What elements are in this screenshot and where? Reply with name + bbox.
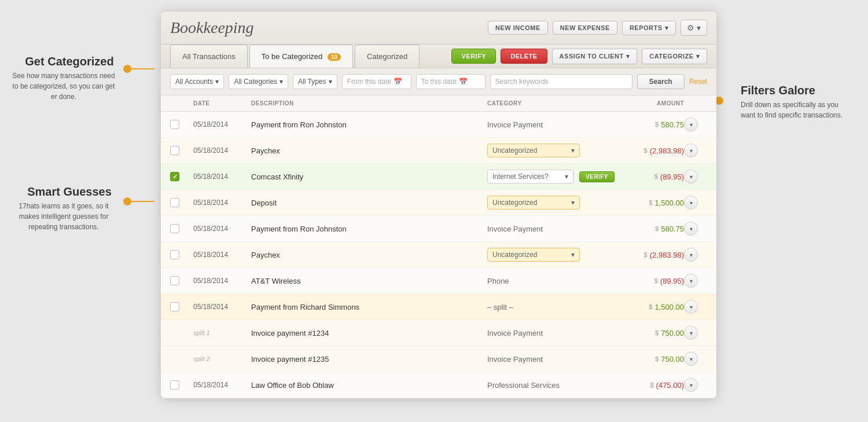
table-row: split 2 Invoice payment #1235 Invoice Pa… — [161, 346, 716, 372]
verify-mini-button-3[interactable]: VERIFY — [579, 171, 615, 182]
row-checkbox-9[interactable] — [170, 380, 179, 390]
verify-button[interactable]: VERIFY — [451, 49, 496, 64]
row-action-7[interactable]: ▾ — [684, 274, 698, 288]
tab-to-be-categorized[interactable]: To be Categorized 10 — [249, 45, 353, 68]
row-cat-2[interactable]: Uncategorized ▾ — [487, 144, 615, 157]
to-date-filter[interactable]: To this date 📅 — [416, 74, 486, 89]
delete-button[interactable]: DELETE — [501, 49, 547, 64]
callout-title-filters: Filters Galore — [741, 84, 856, 97]
row-cat-6[interactable]: Uncategorized ▾ — [487, 248, 615, 262]
dollar-8: $ — [649, 303, 652, 310]
new-income-button[interactable]: NEW INCOME — [488, 21, 548, 35]
new-expense-button[interactable]: NEW EXPENSE — [553, 21, 617, 35]
amount-value-4: 1,500.00 — [654, 199, 684, 207]
row-desc-7: AT&T Wireless — [251, 277, 487, 285]
types-filter[interactable]: All Types ▾ — [293, 74, 337, 89]
row-checkbox-3[interactable] — [170, 172, 179, 181]
row-action-3[interactable]: ▾ — [684, 170, 698, 184]
row-amount-1: $ 580.75 — [615, 120, 684, 129]
arrow-line-top — [131, 68, 155, 69]
row-checkbox-5[interactable] — [170, 224, 179, 233]
types-dropdown-icon: ▾ — [329, 78, 332, 86]
table-row: 05/18/2014 AT&T Wireless Phone $ (89.95)… — [161, 268, 716, 294]
col-header-actions — [684, 100, 707, 107]
tab-all-transactions[interactable]: All Transactions — [170, 45, 248, 68]
row-checkbox-4[interactable] — [170, 198, 179, 207]
row-action-5[interactable]: ▾ — [684, 222, 698, 236]
row-split-desc-2: Invoice payment #1235 — [251, 355, 487, 364]
row-date-6: 05/18/2014 — [193, 251, 251, 259]
dollar-9: $ — [650, 381, 653, 388]
category-dropdown-6[interactable]: Uncategorized ▾ — [487, 248, 580, 262]
row-date-5: 05/18/2014 — [193, 225, 251, 233]
assign-to-client-button[interactable]: ASSIGN TO CLIENT ▾ — [552, 49, 638, 64]
col-header-category: CATEGORY — [487, 100, 615, 107]
gear-icon: ⚙ ▾ — [687, 23, 701, 32]
row-action-1[interactable]: ▾ — [684, 118, 698, 131]
orange-dot-bottom — [123, 197, 131, 206]
row-checkbox-6[interactable] — [170, 250, 179, 259]
row-action-2[interactable]: ▾ — [684, 144, 698, 157]
row-amount-3: $ (89.95) — [615, 173, 684, 181]
tab-categorized[interactable]: Categorized — [355, 45, 420, 68]
categorize-button[interactable]: CATEGORIZE ▾ — [642, 49, 707, 64]
dropdown-arrow-4: ▾ — [571, 199, 575, 207]
col-header-amount: AMOUNT — [615, 100, 684, 107]
row-cat-9: Professional Services — [487, 381, 615, 390]
accounts-dropdown-icon: ▾ — [215, 78, 219, 86]
table-row: 05/18/2014 Payment from Ron Johnston Inv… — [161, 112, 716, 138]
table-row: 05/18/2014 Payment from Richard Simmons … — [161, 294, 716, 320]
row-desc-9: Law Office of Bob Oblaw — [251, 381, 487, 390]
row-split-action-2[interactable]: ▾ — [684, 352, 698, 366]
dollar-5: $ — [655, 225, 659, 232]
category-dropdown-2[interactable]: Uncategorized ▾ — [487, 144, 580, 157]
from-date-calendar-icon: 📅 — [393, 78, 402, 86]
dropdown-arrow-3: ▾ — [565, 173, 568, 181]
dollar-s2: $ — [655, 355, 659, 362]
category-dropdown-4[interactable]: Uncategorized ▾ — [487, 196, 580, 210]
table-header: DATE DESCRIPTION CATEGORY AMOUNT — [161, 96, 716, 112]
row-desc-1: Payment from Ron Johnston — [251, 120, 487, 129]
from-date-label: From this date — [347, 78, 392, 86]
row-cat-3[interactable]: Internet Services? ▾ VERIFY — [487, 170, 615, 184]
amount-value-2: (2,983.98) — [650, 146, 684, 155]
row-checkbox-1[interactable] — [170, 120, 179, 129]
row-checkbox-7[interactable] — [170, 276, 179, 285]
accounts-filter[interactable]: All Accounts ▾ — [170, 74, 224, 89]
category-dropdown-3[interactable]: Internet Services? ▾ — [487, 170, 573, 184]
row-cat-8: – split – — [487, 303, 615, 311]
row-action-9[interactable]: ▾ — [684, 378, 698, 392]
row-split-cat-2: Invoice Payment — [487, 355, 615, 364]
amount-value-5: 580.75 — [661, 225, 684, 233]
row-action-4[interactable]: ▾ — [684, 196, 698, 210]
row-date-2: 05/18/2014 — [193, 146, 251, 155]
search-keywords-placeholder: Search keywords — [495, 78, 549, 86]
row-amount-8: $ 1,500.00 — [615, 303, 684, 311]
table-row: 05/18/2014 Payment from Ron Johnston Inv… — [161, 216, 716, 242]
dropdown-val-4: Uncategorized — [492, 199, 537, 207]
reset-button[interactable]: Reset — [689, 78, 707, 86]
row-split-action-1[interactable]: ▾ — [684, 326, 698, 340]
row-cat-7: Phone — [487, 277, 615, 285]
row-date-3: 05/18/2014 — [193, 173, 251, 181]
row-desc-3: Comcast Xfinity — [251, 173, 487, 181]
row-checkbox-8[interactable] — [170, 302, 179, 311]
accounts-filter-label: All Accounts — [175, 78, 213, 86]
reports-button[interactable]: REPORTS ▾ — [622, 21, 676, 35]
row-amount-7: $ (89.95) — [615, 277, 684, 285]
tab-all-transactions-label: All Transactions — [182, 52, 236, 61]
tab-actions: VERIFY DELETE ASSIGN TO CLIENT ▾ CATEGOR… — [451, 49, 707, 64]
row-cat-4[interactable]: Uncategorized ▾ — [487, 196, 615, 210]
row-date-8: 05/18/2014 — [193, 303, 251, 311]
row-checkbox-2[interactable] — [170, 146, 179, 155]
row-action-6[interactable]: ▾ — [684, 248, 698, 262]
search-button[interactable]: Search — [637, 74, 685, 89]
row-date-7: 05/18/2014 — [193, 277, 251, 285]
categories-filter[interactable]: All Categories ▾ — [229, 74, 288, 89]
to-date-calendar-icon: 📅 — [459, 78, 468, 86]
from-date-filter[interactable]: From this date 📅 — [342, 74, 411, 89]
row-action-8[interactable]: ▾ — [684, 300, 698, 314]
categorize-label: CATEGORIZE — [649, 53, 693, 60]
gear-button[interactable]: ⚙ ▾ — [681, 20, 707, 36]
search-keywords-input[interactable]: Search keywords — [490, 74, 632, 89]
